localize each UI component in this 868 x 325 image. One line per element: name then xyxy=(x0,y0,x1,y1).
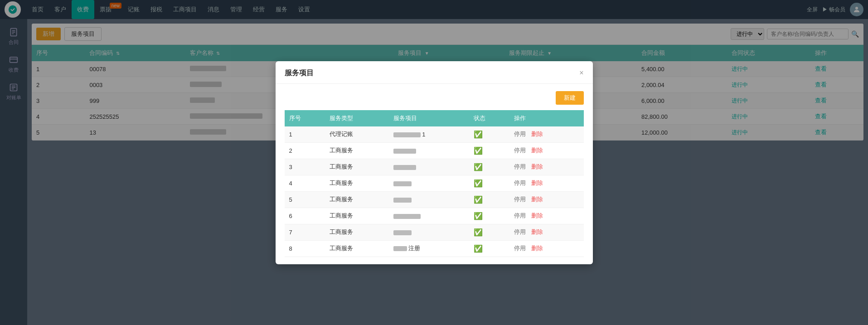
modal-cell-action[interactable]: 停用 删除 xyxy=(509,240,583,257)
modal-table-row: 8 工商服务 注册 ✅ 停用 删除 xyxy=(285,240,584,257)
modal-cell-item xyxy=(389,224,469,240)
modal-overlay[interactable]: 服务项目 × 新建 序号 服务类型 服务项目 xyxy=(27,19,868,325)
delete-button[interactable]: 删除 xyxy=(531,196,543,203)
modal-cell-type: 工商服务 xyxy=(325,142,388,159)
modal-cell-status: ✅ xyxy=(469,175,510,191)
modal-cell-action[interactable]: 停用 删除 xyxy=(509,126,583,143)
modal-close-button[interactable]: × xyxy=(579,69,583,77)
modal-cell-action[interactable]: 停用 删除 xyxy=(509,142,583,159)
modal-table-row: 5 工商服务 ✅ 停用 删除 xyxy=(285,191,584,208)
modal-cell-seq: 7 xyxy=(285,224,325,240)
modal-cell-status: ✅ xyxy=(469,142,510,159)
modal-cell-seq: 8 xyxy=(285,240,325,257)
modal-cell-seq: 4 xyxy=(285,175,325,191)
stop-button[interactable]: 停用 xyxy=(514,163,526,170)
stop-button[interactable]: 停用 xyxy=(514,179,526,186)
modal-cell-seq: 5 xyxy=(285,191,325,208)
modal-cell-status: ✅ xyxy=(469,159,510,175)
modal-cell-type: 工商服务 xyxy=(325,224,388,240)
stop-button[interactable]: 停用 xyxy=(514,131,526,137)
stop-button[interactable]: 停用 xyxy=(514,245,526,252)
modal-col-seq: 序号 xyxy=(285,110,325,126)
modal-table-scroll[interactable]: 序号 服务类型 服务项目 状态 操作 1 代理记账 1 ✅ 停用 xyxy=(285,110,584,257)
modal-cell-type: 工商服务 xyxy=(325,240,388,257)
modal-cell-action[interactable]: 停用 删除 xyxy=(509,159,583,175)
modal-cell-seq: 1 xyxy=(285,126,325,143)
modal-cell-item xyxy=(389,142,469,159)
modal-col-action: 操作 xyxy=(509,110,583,126)
modal-cell-action[interactable]: 停用 删除 xyxy=(509,175,583,191)
modal-cell-type: 工商服务 xyxy=(325,191,388,208)
modal-cell-seq: 6 xyxy=(285,208,325,224)
modal-cell-status: ✅ xyxy=(469,240,510,257)
modal-cell-status: ✅ xyxy=(469,224,510,240)
stop-button[interactable]: 停用 xyxy=(514,147,526,154)
modal-table-row: 7 工商服务 ✅ 停用 删除 xyxy=(285,224,584,240)
modal-new-button[interactable]: 新建 xyxy=(556,91,584,105)
modal-cell-item xyxy=(389,175,469,191)
modal-cell-action[interactable]: 停用 删除 xyxy=(509,191,583,208)
main-layout: 合同 收费 对账单 新增 服务项目 进行中 全部 xyxy=(0,19,868,325)
modal-body: 新建 序号 服务类型 服务项目 状态 操作 xyxy=(276,84,593,264)
service-items-table: 序号 服务类型 服务项目 状态 操作 1 代理记账 1 ✅ 停用 xyxy=(285,110,584,257)
modal-col-item: 服务项目 xyxy=(389,110,469,126)
delete-button[interactable]: 删除 xyxy=(531,179,543,186)
modal-cell-item: 注册 xyxy=(389,240,469,257)
modal-cell-seq: 2 xyxy=(285,142,325,159)
stop-button[interactable]: 停用 xyxy=(514,196,526,203)
service-modal: 服务项目 × 新建 序号 服务类型 服务项目 xyxy=(276,61,593,264)
modal-cell-status: ✅ xyxy=(469,208,510,224)
modal-cell-item xyxy=(389,208,469,224)
modal-cell-status: ✅ xyxy=(469,126,510,143)
modal-cell-status: ✅ xyxy=(469,191,510,208)
modal-cell-action[interactable]: 停用 删除 xyxy=(509,208,583,224)
modal-cell-action[interactable]: 停用 删除 xyxy=(509,224,583,240)
modal-col-type: 服务类型 xyxy=(325,110,388,126)
modal-toolbar: 新建 xyxy=(285,91,584,105)
modal-header: 服务项目 × xyxy=(276,61,593,84)
delete-button[interactable]: 删除 xyxy=(531,163,543,170)
modal-cell-item xyxy=(389,159,469,175)
stop-button[interactable]: 停用 xyxy=(514,212,526,219)
delete-button[interactable]: 删除 xyxy=(531,131,543,137)
stop-button[interactable]: 停用 xyxy=(514,228,526,235)
modal-cell-item xyxy=(389,191,469,208)
content-area: 新增 服务项目 进行中 全部 已结束 🔍 序号 合同编码 xyxy=(27,19,868,325)
modal-cell-type: 工商服务 xyxy=(325,208,388,224)
modal-table-row: 4 工商服务 ✅ 停用 删除 xyxy=(285,175,584,191)
delete-button[interactable]: 删除 xyxy=(531,147,543,154)
modal-table-row: 6 工商服务 ✅ 停用 删除 xyxy=(285,208,584,224)
modal-cell-seq: 3 xyxy=(285,159,325,175)
modal-cell-type: 代理记账 xyxy=(325,126,388,143)
modal-table-row: 1 代理记账 1 ✅ 停用 删除 xyxy=(285,126,584,143)
modal-col-status: 状态 xyxy=(469,110,510,126)
delete-button[interactable]: 删除 xyxy=(531,245,543,252)
modal-cell-type: 工商服务 xyxy=(325,175,388,191)
modal-title: 服务项目 xyxy=(285,68,314,78)
modal-cell-type: 工商服务 xyxy=(325,159,388,175)
modal-cell-item: 1 xyxy=(389,126,469,143)
delete-button[interactable]: 删除 xyxy=(531,228,543,235)
modal-table-row: 2 工商服务 ✅ 停用 删除 xyxy=(285,142,584,159)
modal-table-row: 3 工商服务 ✅ 停用 删除 xyxy=(285,159,584,175)
delete-button[interactable]: 删除 xyxy=(531,212,543,219)
